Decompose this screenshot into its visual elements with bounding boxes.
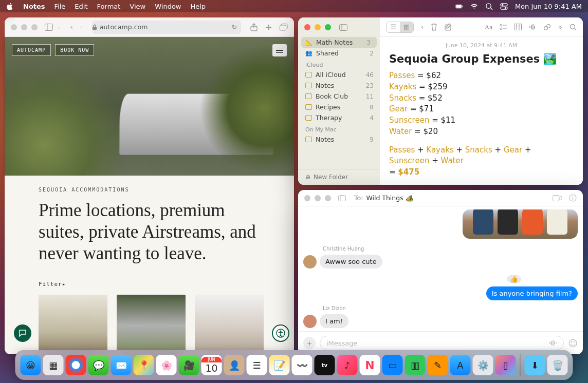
dock-notes-icon[interactable]: 📝	[269, 355, 290, 375]
avatar[interactable]	[303, 255, 317, 269]
message-bubble[interactable]: Is anyone bringing film?	[486, 286, 578, 300]
traffic-lights[interactable]	[304, 195, 331, 201]
note-title: Sequoia Group Expenses 🏞️	[389, 53, 574, 65]
text-style-icon[interactable]: Aa	[485, 23, 492, 31]
conversation-name[interactable]: Wild Things 🏕️	[366, 194, 413, 202]
message-thread[interactable]: Christine HuangAwww soo cute👍Is anyone b…	[298, 206, 583, 331]
dock-keynote-icon[interactable]: ▭	[382, 355, 403, 375]
new-tab-icon[interactable]: +	[265, 22, 272, 32]
folder-therapy[interactable]: Therapy4	[298, 112, 380, 123]
accessibility-button[interactable]	[272, 324, 289, 342]
note-editor[interactable]: June 10, 2024 at 9:41 AM Sequoia Group E…	[380, 37, 583, 185]
back-button[interactable]: ‹	[70, 23, 73, 31]
dock-tv-icon[interactable]: tv	[315, 355, 335, 375]
folder-book-club[interactable]: Book Club11	[298, 91, 380, 102]
folder-recipes[interactable]: Recipes8	[298, 102, 380, 112]
dock-appstore-icon[interactable]: A	[450, 355, 471, 375]
folder-notes[interactable]: Notes23	[298, 80, 380, 91]
dock-music-icon[interactable]: ♪	[337, 355, 358, 375]
forward-button[interactable]: ›	[80, 23, 83, 31]
dock-pages-icon[interactable]: ✎	[428, 355, 448, 375]
tapback-reaction[interactable]: 👍	[507, 275, 521, 283]
folder-math-notes[interactable]: 📐Math Notes3	[301, 37, 377, 48]
apps-button[interactable]: +	[303, 337, 316, 349]
dock-maps-icon[interactable]: 📍	[134, 355, 154, 375]
dock-freeform-icon[interactable]: 〰️	[292, 355, 313, 375]
back-icon[interactable]: ‹	[421, 23, 424, 31]
control-center-icon[interactable]	[500, 3, 508, 10]
menu-format[interactable]: Format	[97, 3, 121, 10]
sidebar-toggle-icon[interactable]	[339, 24, 347, 31]
emoji-picker-icon[interactable]: ☺	[568, 338, 578, 349]
menu-file[interactable]: File	[54, 3, 66, 10]
share-icon[interactable]	[250, 22, 258, 32]
audio-message-icon[interactable]	[549, 340, 557, 346]
sidebar-toggle-icon[interactable]	[45, 24, 53, 31]
more-icon[interactable]: »	[558, 23, 562, 31]
tabs-overview-icon[interactable]	[280, 22, 288, 32]
compose-note-icon[interactable]	[445, 23, 452, 31]
url-bar[interactable]: autocamp.com ↻	[92, 21, 241, 34]
menu-window[interactable]: Window	[155, 3, 181, 10]
dock-mail-icon[interactable]: ✉️	[111, 355, 132, 375]
folder-notes[interactable]: Notes9	[298, 134, 380, 145]
dock-news-icon[interactable]: N	[360, 355, 380, 375]
trash-icon[interactable]	[431, 23, 437, 31]
link-icon[interactable]	[543, 24, 551, 31]
dock-trash-icon[interactable]: 🗑️	[547, 355, 568, 375]
menu-view[interactable]: View	[130, 3, 145, 10]
menu-edit[interactable]: Edit	[75, 3, 87, 10]
wifi-status-icon[interactable]	[470, 3, 478, 10]
apple-menu-icon[interactable]	[6, 3, 14, 10]
search-icon[interactable]	[569, 24, 577, 31]
info-icon[interactable]	[569, 194, 577, 202]
new-folder-button[interactable]: ⊕ New Folder	[298, 169, 380, 185]
dock-numbers-icon[interactable]: ▥	[405, 355, 426, 375]
facetime-video-icon[interactable]	[553, 194, 562, 202]
site-menu-button[interactable]	[272, 44, 287, 56]
dock-settings-icon[interactable]: ⚙️	[473, 355, 493, 375]
active-app-name[interactable]: Notes	[23, 3, 45, 10]
message-bubble[interactable]: I am!	[320, 314, 348, 328]
thumbnail-1[interactable]	[39, 295, 107, 354]
menubar-clock[interactable]: Mon Jun 10 9:41 AM	[515, 3, 582, 10]
audio-icon[interactable]	[529, 24, 536, 31]
traffic-lights[interactable]	[304, 24, 331, 30]
dock-reminders-icon[interactable]: ☰	[247, 355, 267, 375]
avatar[interactable]	[303, 315, 317, 328]
svg-rect-11	[93, 27, 97, 30]
dock-finder-icon[interactable]: 😀	[21, 355, 41, 375]
sidebar-toggle-icon[interactable]	[338, 195, 346, 201]
message-bubble[interactable]: Awww soo cute	[320, 255, 382, 269]
dock-safari-icon[interactable]	[66, 355, 86, 375]
battery-status-icon[interactable]	[455, 3, 463, 10]
dock-launchpad-icon[interactable]: ▦	[43, 355, 64, 375]
dock-photos-icon[interactable]: 🌸	[156, 355, 177, 375]
folder-count: 2	[370, 50, 374, 57]
dock-messages-icon[interactable]: 💬	[88, 355, 109, 375]
message-photo[interactable]	[463, 209, 578, 239]
thumbnail-3[interactable]	[195, 295, 264, 354]
filter-button[interactable]: Filter▸	[39, 281, 263, 288]
traffic-lights[interactable]	[11, 24, 38, 30]
dock-downloads-icon[interactable]: ⬇	[525, 355, 545, 375]
reload-icon[interactable]: ↻	[231, 23, 236, 31]
menu-help[interactable]: Help	[190, 3, 206, 10]
brand-logo[interactable]: AUTOCAMP	[12, 44, 51, 56]
dock-contacts-icon[interactable]: 👤	[224, 355, 245, 375]
dock-calendar-icon[interactable]: JUN10	[201, 355, 222, 375]
chat-widget-button[interactable]	[14, 324, 31, 342]
checklist-icon[interactable]	[500, 24, 507, 31]
folder-all-icloud[interactable]: All iCloud46	[298, 69, 380, 80]
table-icon[interactable]	[514, 24, 522, 30]
compose-input[interactable]: iMessage	[320, 336, 564, 350]
book-now-button[interactable]: BOOK NOW	[55, 44, 94, 56]
list-view-icon[interactable]: ☰	[387, 22, 400, 32]
folder-shared[interactable]: 👥Shared2	[298, 48, 380, 59]
dock-facetime-icon[interactable]: 🎥	[179, 355, 199, 375]
thumbnail-2[interactable]	[117, 295, 186, 354]
view-mode-segment[interactable]: ☰ ▦	[386, 22, 414, 33]
spotlight-icon[interactable]	[485, 3, 493, 10]
dock-mirroring-icon[interactable]: ▯	[495, 355, 516, 375]
gallery-view-icon[interactable]: ▦	[400, 22, 413, 32]
